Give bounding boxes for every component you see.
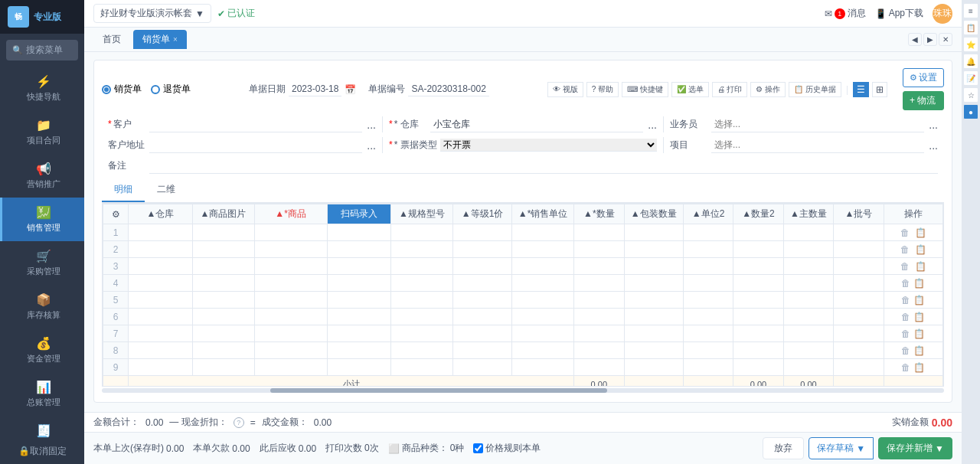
- sidebar-item-sales[interactable]: 💹 销售管理: [0, 198, 84, 241]
- right-panel-btn-2[interactable]: 📋: [963, 20, 978, 35]
- message-button[interactable]: ✉ 1 消息: [825, 7, 866, 20]
- customer-input[interactable]: [149, 116, 362, 132]
- row-1-delete-button[interactable]: 🗑: [899, 227, 911, 238]
- user-avatar[interactable]: 珠珠: [933, 4, 952, 24]
- th-settings[interactable]: ⚙: [103, 204, 129, 224]
- row-3-spec[interactable]: [390, 258, 452, 275]
- row-2-qty2[interactable]: [733, 241, 783, 258]
- history-button[interactable]: 📋 历史单据: [789, 82, 841, 97]
- right-panel-btn-5[interactable]: 📝: [963, 70, 978, 86]
- row-3-qty2[interactable]: [733, 258, 783, 275]
- row-1-product[interactable]: [254, 224, 327, 241]
- save-new-button[interactable]: 保存并新增 ▼: [878, 437, 952, 459]
- row-4-delete-button[interactable]: 🗑: [900, 278, 912, 289]
- row-3-sales-unit[interactable]: [512, 258, 574, 275]
- row-2-scan[interactable]: [327, 241, 390, 258]
- row-3-delete-button[interactable]: 🗑: [899, 261, 911, 272]
- row-2-sales-unit[interactable]: [512, 241, 574, 258]
- right-panel-btn-1[interactable]: ≡: [963, 3, 978, 18]
- row-3-scan[interactable]: [327, 258, 390, 275]
- row-4-copy-button[interactable]: 📋: [912, 278, 926, 289]
- row-9-delete-button[interactable]: 🗑: [900, 362, 912, 373]
- row-1-quantity[interactable]: [574, 224, 624, 241]
- row-3-main-qty[interactable]: [783, 258, 833, 275]
- row-2-product-img[interactable]: [192, 241, 254, 258]
- row-1-scan[interactable]: [327, 224, 390, 241]
- search-menu-button[interactable]: 🔍 搜索菜单: [6, 40, 78, 60]
- row-3-copy-button[interactable]: 📋: [913, 261, 928, 272]
- sub-tab-2d[interactable]: 二维: [145, 178, 188, 202]
- note-input[interactable]: [149, 158, 938, 174]
- th-spec[interactable]: ▲规格型号: [390, 204, 452, 224]
- radio-sales-order[interactable]: 销货单: [102, 83, 142, 96]
- row-3-warehouse[interactable]: [129, 258, 192, 275]
- th-quantity[interactable]: ▲*数量: [574, 204, 624, 224]
- sidebar-item-funds[interactable]: 💰 资金管理: [0, 328, 84, 372]
- row-2-pack-qty[interactable]: [624, 241, 683, 258]
- row-3-product-img[interactable]: [192, 258, 254, 275]
- calendar-icon[interactable]: 📅: [345, 84, 356, 95]
- sidebar-item-project-contract[interactable]: 📁 项目合同: [0, 110, 84, 154]
- row-2-copy-button[interactable]: 📋: [913, 244, 928, 255]
- row-3-unit2[interactable]: [683, 258, 733, 275]
- number-value[interactable]: SA-20230318-002: [408, 82, 488, 96]
- th-product-img[interactable]: ▲商品图片: [192, 204, 254, 224]
- row-1-sales-unit[interactable]: [512, 224, 574, 241]
- row-3-pack-qty[interactable]: [624, 258, 683, 275]
- view-button[interactable]: 👁 视版: [547, 82, 583, 97]
- sub-tab-detail[interactable]: 明细: [102, 178, 145, 202]
- th-warehouse[interactable]: ▲仓库: [129, 204, 192, 224]
- row-2-unit2[interactable]: [683, 241, 733, 258]
- row-6-delete-button[interactable]: 🗑: [900, 312, 912, 322]
- staff-input[interactable]: [711, 116, 924, 132]
- tab-prev-button[interactable]: ◀: [908, 33, 922, 46]
- sidebar-item-purchase[interactable]: 🛒 采购管理: [0, 241, 84, 285]
- row-7-copy-button[interactable]: 📋: [912, 328, 926, 339]
- right-panel-btn-3[interactable]: ⭐: [963, 37, 978, 52]
- row-1-batch[interactable]: [834, 224, 884, 241]
- row-1-warehouse[interactable]: [129, 224, 192, 241]
- project-input[interactable]: [711, 137, 924, 153]
- shortcut-button[interactable]: ⌨ 快捷键: [622, 82, 668, 97]
- row-6-copy-button[interactable]: 📋: [912, 312, 926, 322]
- row-2-product[interactable]: [254, 241, 327, 258]
- row-2-delete-button[interactable]: 🗑: [899, 244, 911, 255]
- row-1-copy-button[interactable]: 📋: [913, 227, 928, 238]
- th-unit2[interactable]: ▲单位2: [683, 204, 733, 224]
- sidebar-bottom-action[interactable]: 🔒取消固定: [0, 439, 84, 464]
- row-2-main-qty[interactable]: [783, 241, 833, 258]
- row-2-price1[interactable]: [452, 241, 511, 258]
- address-dots[interactable]: ...: [367, 139, 376, 152]
- project-dots[interactable]: ...: [929, 139, 938, 152]
- tab-home[interactable]: 首页: [93, 30, 130, 49]
- price-check-checkbox[interactable]: 价格规则本单: [473, 442, 541, 455]
- price-check-input[interactable]: [473, 443, 483, 453]
- setup-button[interactable]: ⚙ 设置: [903, 68, 944, 87]
- right-panel-btn-4[interactable]: 🔔: [963, 54, 978, 69]
- row-5-delete-button[interactable]: 🗑: [900, 295, 912, 306]
- row-7-delete-button[interactable]: 🗑: [900, 328, 912, 339]
- invoice-select[interactable]: 不开票 增值税普通发票 增值税专用发票: [440, 139, 657, 152]
- company-selector[interactable]: 好业财专业版演示帐套 ▼: [93, 4, 211, 23]
- tab-close-all-button[interactable]: ✕: [939, 33, 952, 46]
- th-pack-qty[interactable]: ▲包装数量: [624, 204, 683, 224]
- th-qty2[interactable]: ▲数量2: [733, 204, 783, 224]
- sidebar-item-inventory[interactable]: 📦 库存核算: [0, 285, 84, 328]
- row-1-product-img[interactable]: [192, 224, 254, 241]
- right-panel-btn-7[interactable]: ●: [963, 104, 978, 119]
- sidebar-item-quick-nav[interactable]: ⚡ 快捷导航: [0, 67, 84, 110]
- warehouse-input[interactable]: [430, 116, 643, 132]
- save-draft-button[interactable]: 保存草稿 ▼: [808, 437, 874, 459]
- select-button[interactable]: ✅ 选单: [671, 82, 709, 97]
- row-1-unit2[interactable]: [683, 224, 733, 241]
- grid-view-button[interactable]: ⊞: [872, 82, 887, 97]
- row-2-quantity[interactable]: [574, 241, 624, 258]
- row-3-price1[interactable]: [452, 258, 511, 275]
- horizontal-scrollbar[interactable]: [102, 388, 944, 393]
- th-scan[interactable]: 扫码录入: [327, 204, 390, 224]
- th-price1[interactable]: ▲等级1价: [452, 204, 511, 224]
- row-2-warehouse[interactable]: [129, 241, 192, 258]
- row-3-quantity[interactable]: [574, 258, 624, 275]
- row-5-copy-button[interactable]: 📋: [912, 295, 926, 306]
- row-3-batch[interactable]: [834, 258, 884, 275]
